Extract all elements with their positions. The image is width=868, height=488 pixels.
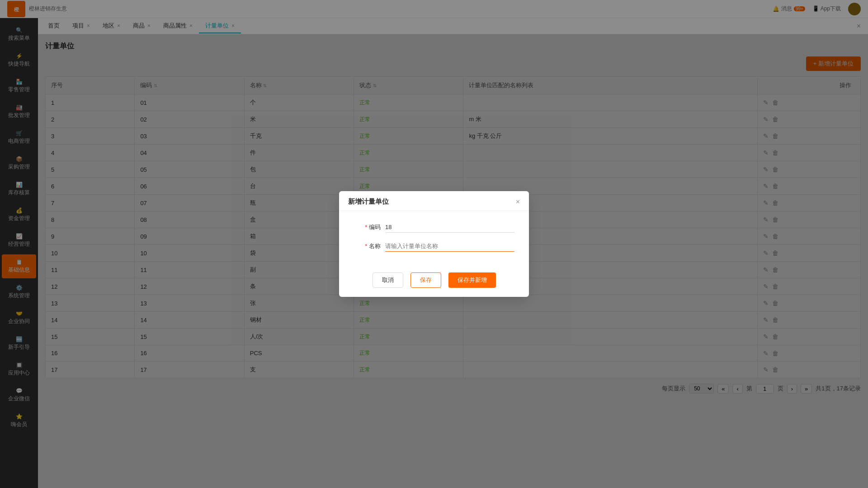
dialog-footer: 取消 保存 保存并新增 — [339, 267, 529, 297]
cancel-button[interactable]: 取消 — [373, 272, 403, 288]
code-label: 编码 — [354, 223, 381, 231]
dialog: 新增计量单位 × 编码 名称 取消 保存 保存并新增 — [339, 191, 529, 297]
save-and-new-button[interactable]: 保存并新增 — [448, 272, 496, 288]
form-row-code: 编码 — [354, 222, 514, 233]
dialog-header: 新增计量单位 × — [339, 191, 529, 211]
dialog-close-button[interactable]: × — [516, 198, 520, 206]
dialog-title: 新增计量单位 — [348, 197, 389, 206]
name-input[interactable] — [385, 241, 514, 252]
form-row-name: 名称 — [354, 241, 514, 252]
name-label: 名称 — [354, 242, 381, 250]
save-button[interactable]: 保存 — [410, 272, 441, 288]
code-input[interactable] — [385, 222, 514, 233]
dialog-body: 编码 名称 — [339, 211, 529, 267]
dialog-overlay: 新增计量单位 × 编码 名称 取消 保存 保存并新增 — [0, 0, 868, 488]
